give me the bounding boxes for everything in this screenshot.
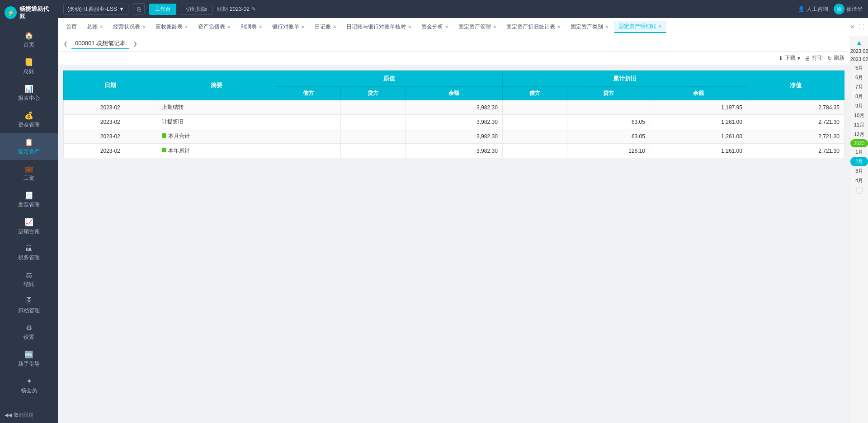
- panel-month-11[interactable]: 11月: [850, 120, 868, 130]
- tab-management-status[interactable]: 经营状况表 ✕: [108, 21, 150, 33]
- tab-close-fa-cat[interactable]: ✕: [605, 24, 609, 29]
- tab-journal-bank[interactable]: 日记账与银行对账单核对 ✕: [342, 21, 416, 33]
- salary-icon: 💼: [24, 164, 33, 173]
- tab-fixed-assets-mgmt[interactable]: 固定资产管理 ✕: [454, 21, 501, 33]
- tab-close-profit[interactable]: ✕: [259, 24, 262, 29]
- sidebar-item-sales[interactable]: 📈 进销台账: [0, 213, 58, 240]
- sidebar-item-ledger[interactable]: 📒 总账: [0, 53, 58, 80]
- right-panel: ▲ 2023.02 2023.02 5月 6月 7月 8月 9月 10月 11月…: [850, 36, 868, 423]
- tab-fa-category[interactable]: 固定资产类别 ✕: [566, 21, 613, 33]
- sidebar-item-invoice[interactable]: 🧾 发票管理: [0, 187, 58, 213]
- cell-dep-debit: [502, 129, 567, 144]
- sidebar-item-settings[interactable]: ⚙ 设置: [0, 319, 58, 346]
- cell-summary: 计提折旧: [157, 115, 276, 129]
- tab-close-journal-bank[interactable]: ✕: [408, 24, 411, 29]
- print-button[interactable]: 🖨 打印: [805, 54, 823, 62]
- panel-month-7[interactable]: 7月: [850, 82, 868, 92]
- company-selector[interactable]: (勿动) 江西服业-LSS ▼: [63, 4, 128, 15]
- refresh-button[interactable]: ↻ 刷新: [827, 54, 844, 62]
- panel-month-6[interactable]: 6月: [850, 73, 868, 82]
- panel-month-3[interactable]: 3月: [850, 166, 868, 176]
- user-profile[interactable]: 徐 徐泽华: [834, 4, 863, 14]
- tab-bank-reconciliation[interactable]: 银行对账单 ✕: [268, 21, 309, 33]
- cell-dep-credit: [567, 100, 650, 115]
- tab-journal[interactable]: 日记账 ✕: [310, 21, 341, 33]
- tab-fund-analysis[interactable]: 资金分析 ✕: [417, 21, 453, 33]
- sidebar-item-settle[interactable]: ⚖ 结账: [0, 266, 58, 293]
- tab-close-balance[interactable]: ✕: [227, 24, 231, 29]
- panel-month-2[interactable]: 2月: [850, 157, 868, 166]
- cell-net-value: 2,784.35: [747, 100, 844, 115]
- main-area: (勿动) 江西服业-LSS ▼ ⎘ 工作台 切到旧版 账期 2023-02 ✎ …: [58, 0, 868, 423]
- sidebar-item-fixed-assets[interactable]: 📋 固定资产: [0, 133, 58, 160]
- download-icon: ⬇: [778, 55, 783, 61]
- sub-nav-item[interactable]: 000001 联想笔记本: [71, 38, 129, 49]
- sidebar-pin[interactable]: ◀◀ 取消固定: [0, 407, 58, 423]
- panel-up-arrow[interactable]: ▲: [855, 38, 863, 47]
- member-icon: ✦: [26, 377, 32, 385]
- period-label: 账期 2023-02 ✎: [217, 5, 256, 13]
- tab-close-journal[interactable]: ✕: [333, 24, 336, 29]
- col-dep-credit: 贷方: [567, 87, 650, 100]
- sub-nav-prev[interactable]: ❮: [63, 41, 68, 47]
- tab-close-fa-mgmt[interactable]: ✕: [493, 24, 496, 29]
- tab-close-all-icon[interactable]: ✕: [850, 24, 855, 30]
- sidebar-item-label: 工资: [24, 174, 34, 182]
- tab-close-receivable[interactable]: ✕: [184, 24, 188, 29]
- switch-old-button[interactable]: 切到旧版: [181, 4, 212, 15]
- sidebar-item-home[interactable]: 🏠 首页: [0, 27, 58, 53]
- col-balance: 余额: [405, 87, 502, 100]
- sidebar-item-salary[interactable]: 💼 工资: [0, 160, 58, 187]
- panel-month-9[interactable]: 9月: [850, 101, 868, 111]
- workbench-button[interactable]: 工作台: [149, 4, 176, 15]
- service-link[interactable]: 👤 人工咨询: [798, 5, 828, 13]
- logo-icon: ⚡: [5, 6, 17, 19]
- sidebar-item-funds[interactable]: 💰 资金管理: [0, 107, 58, 133]
- panel-month-10[interactable]: 10月: [850, 111, 868, 120]
- sidebar-item-tax[interactable]: 🏛 税务管理: [0, 240, 58, 266]
- sidebar-item-reports[interactable]: 📊 报表中心: [0, 80, 58, 107]
- period-edit-icon[interactable]: ✎: [251, 6, 256, 12]
- cell-date: 2023-02: [64, 144, 157, 158]
- sub-nav-next[interactable]: ❯: [133, 41, 137, 47]
- panel-month-1[interactable]: 1月: [850, 147, 868, 157]
- sidebar-item-archive[interactable]: 🗄 归档管理: [0, 293, 58, 319]
- tab-home[interactable]: 首页: [61, 21, 81, 33]
- settle-icon: ⚖: [26, 271, 32, 279]
- panel-month-4[interactable]: 4月: [850, 176, 868, 185]
- tab-close-ledger[interactable]: ✕: [99, 24, 103, 29]
- tab-receivable[interactable]: 应收账龄表 ✕: [151, 21, 193, 33]
- tab-fa-detail[interactable]: 固定资产明细账 ✕: [614, 21, 666, 33]
- sidebar-item-guide[interactable]: 🆕 新手引导: [0, 346, 58, 372]
- tab-close-dep-stats[interactable]: ✕: [557, 24, 561, 29]
- tab-close-management[interactable]: ✕: [142, 24, 146, 29]
- tab-close-bank[interactable]: ✕: [301, 24, 305, 29]
- tab-close-fa-detail[interactable]: ✕: [658, 24, 662, 29]
- panel-dot: [856, 187, 863, 194]
- copy-button[interactable]: ⎘: [133, 3, 145, 15]
- header-right: 👤 人工咨询 徐 徐泽华: [798, 4, 863, 14]
- tab-close-fund[interactable]: ✕: [445, 24, 448, 29]
- fixed-assets-icon: 📋: [24, 138, 33, 146]
- panel-month-8[interactable]: 8月: [850, 92, 868, 101]
- sidebar-nav: 🏠 首页 📒 总账 📊 报表中心 💰 资金管理 📋 固定资产 💼 工资 🧾 发票…: [0, 25, 58, 407]
- sub-nav: ❮ 000001 联想笔记本 ❯: [58, 36, 850, 52]
- cell-credit: [340, 144, 405, 158]
- tab-ledger[interactable]: 总账 ✕: [82, 21, 108, 33]
- tab-bar: 首页 总账 ✕ 经营状况表 ✕ 应收账龄表 ✕ 资产负债表 ✕ 利润表 ✕ 银行…: [58, 18, 868, 36]
- panel-month-12[interactable]: 12月: [850, 130, 868, 139]
- settings-icon: ⚙: [26, 324, 32, 332]
- tab-bar-right: ✕ ⛶: [850, 24, 864, 30]
- tab-depreciation-stats[interactable]: 固定资产折旧统计表 ✕: [502, 21, 565, 33]
- sidebar-logo: ⚡ 畅捷通易代账: [0, 0, 58, 25]
- tab-expand-icon[interactable]: ⛶: [859, 24, 864, 30]
- avatar: 徐: [834, 4, 844, 14]
- sidebar-item-label: 畅会员: [21, 387, 37, 395]
- panel-month-5[interactable]: 5月: [850, 63, 868, 73]
- tab-profit[interactable]: 利润表 ✕: [236, 21, 267, 33]
- tab-balance-sheet[interactable]: 资产负债表 ✕: [193, 21, 235, 33]
- sidebar-item-member[interactable]: ✦ 畅会员: [0, 372, 58, 399]
- sidebar-item-label: 报表中心: [18, 94, 40, 102]
- archive-icon: 🗄: [25, 297, 33, 306]
- download-button[interactable]: ⬇ 下载 ▾: [778, 54, 800, 62]
